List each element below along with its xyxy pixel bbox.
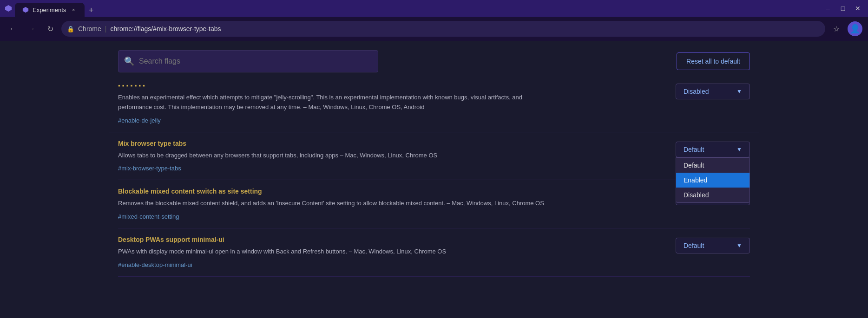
mix-browser-dropdown-arrow: ▼ (736, 146, 742, 153)
flag-description-mixed-content: Removes the blockable mixed content shie… (118, 199, 555, 208)
back-button[interactable]: ← (6, 21, 20, 36)
option-default[interactable]: Default (676, 158, 750, 173)
address-bar[interactable]: 🔒 Chrome | chrome://flags/#mix-browser-t… (61, 21, 825, 37)
flag-content-mix-browser: Mix browser type tabs Allows tabs to be … (118, 140, 555, 173)
security-icon: 🔒 (67, 26, 74, 32)
flag-description-mix-browser: Allows tabs to be dragged between any br… (118, 151, 555, 161)
forward-button[interactable]: → (24, 21, 39, 36)
pwa-minimal-dropdown-label: Default (684, 242, 704, 249)
partial-flag-link[interactable]: #enable-de-jelly (118, 117, 161, 124)
flag-entry-mix-browser: Mix browser type tabs Allows tabs to be … (118, 132, 750, 181)
main-content: 🔍 Reset all to default ▪ ▪ ▪ ▪ ▪ ▪ ▪ Ena… (0, 41, 868, 318)
flag-entry-pwa-minimal: Desktop PWAs support minimal-ui PWAs wit… (118, 228, 750, 277)
partial-flag-control: Disabled ▼ (676, 84, 750, 99)
flag-title-mixed-content: Blockable mixed content switch as site s… (118, 188, 555, 195)
profile-button[interactable]: 👤 (848, 21, 862, 36)
flag-link-mixed-content[interactable]: #mixed-content-setting (118, 213, 179, 220)
mix-browser-dropdown-menu: Default Enabled Disabled (676, 157, 750, 203)
title-bar: Experiments × + – □ ✕ (0, 0, 868, 17)
pwa-minimal-dropdown-button[interactable]: Default ▼ (676, 238, 750, 253)
partial-flag-entry: ▪ ▪ ▪ ▪ ▪ ▪ ▪ Enables an experimental ef… (109, 82, 759, 132)
flags-list: Mix browser type tabs Allows tabs to be … (109, 132, 759, 277)
pwa-minimal-dropdown-arrow: ▼ (736, 242, 742, 249)
flag-title-mix-browser: Mix browser type tabs (118, 140, 555, 147)
reset-all-button[interactable]: Reset all to default (677, 52, 750, 70)
flag-control-mix-browser: Default ▼ Default Enabled Disabled (676, 142, 750, 157)
svg-marker-0 (5, 5, 12, 12)
flag-description-pwa-minimal: PWAs with display mode minimal-ui open i… (118, 247, 555, 257)
search-row: 🔍 Reset all to default (109, 50, 759, 72)
partial-dropdown-arrow: ▼ (736, 88, 742, 95)
mix-browser-dropdown-label: Default (684, 146, 704, 153)
maximize-button[interactable]: □ (836, 2, 849, 15)
partial-dropdown-label: Disabled (684, 88, 709, 95)
flag-entry-mixed-content: Blockable mixed content switch as site s… (118, 180, 750, 228)
tab-label: Experiments (33, 6, 66, 13)
address-text: chrome://flags/#mix-browser-type-tabs (110, 25, 820, 32)
window-controls: – □ ✕ (822, 2, 864, 15)
new-tab-button[interactable]: + (85, 4, 98, 17)
flag-link-mix-browser[interactable]: #mix-browser-type-tabs (118, 165, 181, 172)
search-icon: 🔍 (124, 56, 134, 66)
partial-dropdown-button[interactable]: Disabled ▼ (676, 84, 750, 99)
address-separator: | (105, 25, 107, 32)
bookmark-button[interactable]: ☆ (829, 21, 844, 36)
reload-button[interactable]: ↻ (43, 21, 58, 36)
tab-container: Experiments × + (15, 0, 820, 17)
close-button[interactable]: ✕ (851, 2, 864, 15)
partial-flag-content: ▪ ▪ ▪ ▪ ▪ ▪ ▪ Enables an experimental ef… (118, 82, 555, 124)
minimize-button[interactable]: – (822, 2, 835, 15)
active-tab[interactable]: Experiments × (15, 3, 85, 17)
flags-container: 🔍 Reset all to default ▪ ▪ ▪ ▪ ▪ ▪ ▪ Ena… (109, 41, 759, 318)
flag-link-pwa-minimal[interactable]: #enable-desktop-minimal-ui (118, 261, 192, 268)
partial-flag-description: Enables an experimental effect which att… (118, 93, 555, 112)
tab-close-button[interactable]: × (70, 6, 77, 13)
option-enabled[interactable]: Enabled (676, 173, 750, 188)
flag-content-mixed-content: Blockable mixed content switch as site s… (118, 188, 555, 221)
flag-title-pwa-minimal: Desktop PWAs support minimal-ui (118, 236, 555, 243)
nav-bar: ← → ↻ 🔒 Chrome | chrome://flags/#mix-bro… (0, 17, 868, 41)
svg-marker-1 (23, 7, 28, 13)
partial-flag-title: ▪ ▪ ▪ ▪ ▪ ▪ ▪ (118, 82, 555, 89)
tab-icon (22, 6, 29, 13)
window-icon (4, 4, 13, 13)
option-disabled[interactable]: Disabled (676, 188, 750, 202)
flag-content-pwa-minimal: Desktop PWAs support minimal-ui PWAs wit… (118, 236, 555, 269)
mix-browser-dropdown-button[interactable]: Default ▼ (676, 142, 750, 157)
search-box: 🔍 (118, 50, 378, 72)
flag-control-pwa-minimal: Default ▼ (676, 238, 750, 253)
search-input[interactable] (139, 57, 372, 65)
chrome-label: Chrome (78, 25, 101, 32)
